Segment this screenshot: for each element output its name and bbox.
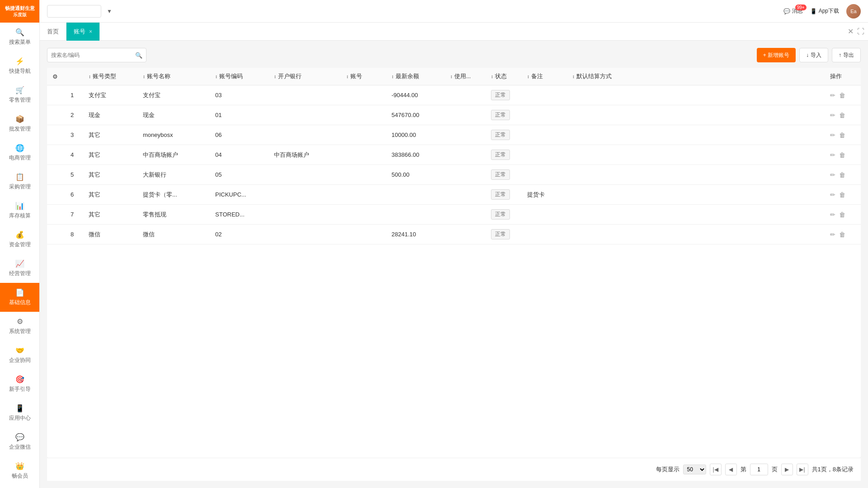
delete-button-0[interactable]: 🗑 — [839, 92, 845, 99]
accounts-table: ⚙ ↕ 账号类型 ↕ 账号名称 ↕ 账号编码 — [47, 68, 861, 244]
col-account-code[interactable]: ↕ 账号编码 — [210, 68, 269, 85]
cell-usage-7 — [445, 225, 486, 244]
sidebar-label-retail-mgmt: 零售管理 — [9, 96, 31, 104]
prev-page-button[interactable]: ◀ — [725, 464, 737, 475]
last-page-button[interactable]: ▶| — [797, 464, 808, 475]
delete-button-6[interactable]: 🗑 — [839, 211, 845, 218]
header-search-input[interactable] — [47, 5, 101, 18]
sidebar-item-finance[interactable]: 💰 资金管理 — [0, 225, 39, 254]
sidebar-label-quick-nav: 快捷导航 — [9, 67, 31, 75]
sidebar-item-inventory[interactable]: 📊 库存核算 — [0, 196, 39, 225]
sidebar-item-vip[interactable]: 👑 畅会员 — [0, 456, 39, 485]
edit-button-7[interactable]: ✏ — [830, 231, 835, 238]
cell-status-3: 正常 — [486, 145, 522, 165]
edit-button-6[interactable]: ✏ — [830, 211, 835, 218]
header-dropdown[interactable]: ▼ — [107, 8, 112, 14]
sort-icon3: ↕ — [274, 74, 276, 79]
sidebar-label-new-guide: 新手引导 — [9, 385, 31, 393]
col-account-type[interactable]: ↕ 账号类型 — [83, 68, 137, 85]
add-account-button[interactable]: + 新增账号 — [757, 48, 796, 62]
tab-bar: 首页账号 × ✕ ⛶ — [40, 23, 868, 41]
sidebar-item-purchase-mgmt[interactable]: 📋 采购管理 — [0, 167, 39, 196]
sidebar-item-search-menu[interactable]: 🔍 搜索菜单 — [0, 23, 39, 52]
corp-protocol-icon: 🤝 — [15, 346, 24, 355]
chevron-down-icon: ▼ — [107, 8, 112, 14]
cell-default-settlement-7 — [567, 225, 825, 244]
cell-account-code-1: 01 — [210, 105, 269, 125]
page-number-input[interactable] — [750, 464, 768, 475]
edit-button-4[interactable]: ✏ — [830, 171, 835, 178]
page-size-select[interactable]: 50 20 100 — [683, 465, 706, 474]
main-content: ▼ 💬 消息 99+ 📱 App下载 Ea 首页账号 × ✕ ⛶ — [40, 0, 868, 488]
cell-rownum-7: 8 — [65, 225, 83, 244]
sidebar-item-new-guide[interactable]: 🎯 新手引导 — [0, 370, 39, 399]
col-default-settlement[interactable]: ↕ 默认结算方式 — [567, 68, 825, 85]
sort-icon6: ↕ — [450, 74, 453, 79]
sidebar-label-basic-info: 基础信息 — [9, 299, 31, 306]
cell-status-6: 正常 — [486, 205, 522, 225]
edit-button-3[interactable]: ✏ — [830, 151, 835, 159]
message-button[interactable]: 💬 消息 99+ — [783, 7, 803, 15]
cell-account-type-2: 其它 — [83, 125, 137, 145]
delete-button-5[interactable]: 🗑 — [839, 191, 845, 198]
corp-wechat-icon: 💬 — [15, 433, 24, 441]
first-page-button[interactable]: |◀ — [710, 464, 722, 475]
sidebar-label-vip: 畅会员 — [12, 472, 28, 480]
cell-remark-6 — [522, 205, 567, 225]
cell-open-bank-5 — [269, 185, 341, 205]
col-account-name[interactable]: ↕ 账号名称 — [137, 68, 210, 85]
next-page-button[interactable]: ▶ — [781, 464, 793, 475]
sidebar-item-system-mgmt[interactable]: ⚙ 系统管理 — [0, 312, 39, 341]
sidebar-item-retail-mgmt[interactable]: 🛒 零售管理 — [0, 80, 39, 109]
cell-settings-7 — [47, 225, 65, 244]
col-action: 操作 — [825, 68, 861, 85]
col-remark[interactable]: ↕ 备注 — [522, 68, 567, 85]
cell-status-7: 正常 — [486, 225, 522, 244]
cell-action-4: ✏ 🗑 — [825, 165, 861, 185]
col-account-no[interactable]: ↕ 账号 — [341, 68, 386, 85]
cell-settings-2 — [47, 125, 65, 145]
tab-account[interactable]: 账号 × — [66, 23, 100, 41]
edit-button-0[interactable]: ✏ — [830, 92, 835, 99]
tab-close-all-icon[interactable]: ✕ — [848, 27, 854, 36]
col-latest-balance[interactable]: ↕ 最新余额 — [386, 68, 445, 85]
settings-icon[interactable]: ⚙ — [52, 73, 58, 80]
cell-account-name-1: 现金 — [137, 105, 210, 125]
cell-usage-6 — [445, 205, 486, 225]
sidebar-item-app-center[interactable]: 📱 应用中心 — [0, 399, 39, 427]
cell-account-no-2 — [341, 125, 386, 145]
delete-button-4[interactable]: 🗑 — [839, 171, 845, 178]
header-right: 💬 消息 99+ 📱 App下载 Ea — [783, 4, 861, 19]
cell-account-name-7: 微信 — [137, 225, 210, 244]
delete-button-2[interactable]: 🗑 — [839, 131, 845, 139]
delete-button-7[interactable]: 🗑 — [839, 231, 845, 238]
sidebar-item-corp-protocol[interactable]: 🤝 企业协同 — [0, 341, 39, 370]
col-open-bank[interactable]: ↕ 开户银行 — [269, 68, 341, 85]
cell-account-no-6 — [341, 205, 386, 225]
col-settings[interactable]: ⚙ — [47, 68, 65, 85]
export-icon: ↑ — [839, 52, 841, 58]
sidebar-item-basic-info[interactable]: 📄 基础信息 — [0, 283, 39, 312]
edit-button-1[interactable]: ✏ — [830, 112, 835, 119]
tab-close-account[interactable]: × — [89, 28, 92, 35]
sidebar-item-wholesale-mgmt[interactable]: 📦 批发管理 — [0, 109, 39, 138]
export-button[interactable]: ↑ 导出 — [832, 48, 861, 62]
app-download-button[interactable]: 📱 App下载 — [810, 7, 839, 15]
edit-button-5[interactable]: ✏ — [830, 191, 835, 198]
tab-home[interactable]: 首页 — [40, 23, 66, 41]
col-usage[interactable]: ↕ 使用... — [445, 68, 486, 85]
user-avatar[interactable]: Ea — [846, 4, 861, 19]
sidebar-item-quick-nav[interactable]: ⚡ 快捷导航 — [0, 52, 39, 80]
tab-maximize-icon[interactable]: ⛶ — [857, 28, 864, 36]
col-status[interactable]: ↕ 状态 — [486, 68, 522, 85]
sidebar-item-corp-wechat[interactable]: 💬 企业微信 — [0, 427, 39, 456]
sidebar-item-ecom-mgmt[interactable]: 🌐 电商管理 — [0, 138, 39, 167]
sidebar-item-operations[interactable]: 📈 经营管理 — [0, 254, 39, 283]
import-button[interactable]: ↓ 导入 — [799, 48, 828, 62]
search-input[interactable] — [51, 52, 132, 58]
delete-button-3[interactable]: 🗑 — [839, 151, 845, 159]
delete-button-1[interactable]: 🗑 — [839, 112, 845, 119]
search-icon[interactable]: 🔍 — [135, 52, 142, 59]
cell-account-name-5: 提货卡（零... — [137, 185, 210, 205]
edit-button-2[interactable]: ✏ — [830, 131, 835, 139]
